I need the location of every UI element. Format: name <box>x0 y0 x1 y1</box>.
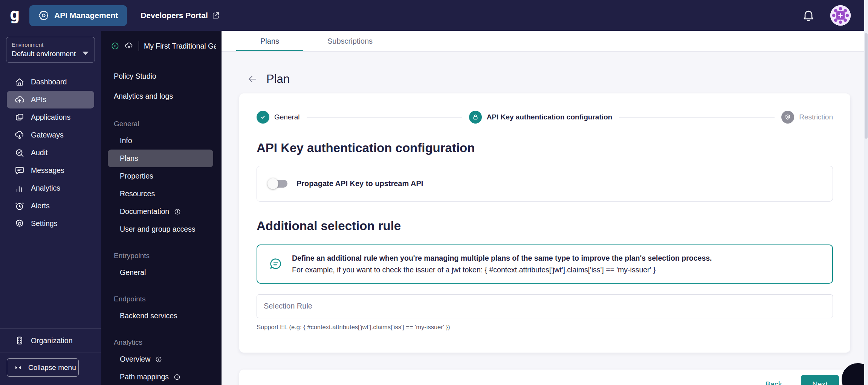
cog-icon <box>38 10 49 21</box>
environment-value: Default environment <box>12 50 89 58</box>
toggle-label: Propagate API Key to upstream API <box>296 179 423 188</box>
back-button[interactable]: Back <box>759 376 788 385</box>
sidebar-item-analytics[interactable]: Analytics <box>7 179 94 197</box>
sidebar-item-apis[interactable]: APIs <box>7 91 94 108</box>
bar-chart-icon <box>14 183 25 194</box>
api-nav-backend-services[interactable]: Backend services <box>101 307 222 325</box>
api-nav-section-entrypoints: Entrypoints <box>101 248 222 264</box>
subsection-title: Additional selection rule <box>257 219 833 233</box>
step-lock-icon <box>469 111 482 124</box>
cloud-unsynced-icon <box>124 41 134 51</box>
developers-portal-link[interactable]: Developers Portal <box>141 11 220 20</box>
tab-plans[interactable]: Plans <box>236 31 303 51</box>
sidebar-divider <box>0 353 101 353</box>
api-nav-info[interactable]: Info <box>101 132 222 150</box>
primary-sidebar: Environment Default environment Dashboar… <box>0 31 101 385</box>
product-button-label: API Management <box>54 11 118 20</box>
gear-icon <box>14 218 25 229</box>
info-icon[interactable] <box>174 208 181 215</box>
user-avatar[interactable] <box>830 5 851 26</box>
header-divider <box>139 41 139 51</box>
api-nav-user-group-access[interactable]: User and group access <box>101 220 222 238</box>
api-nav-overview[interactable]: Overview <box>101 350 222 368</box>
api-nav-plans[interactable]: Plans <box>108 150 213 167</box>
api-nav-entrypoints-general[interactable]: General <box>101 264 222 281</box>
api-nav-section-analytics: Analytics <box>101 335 222 350</box>
portal-link-label: Developers Portal <box>141 11 208 20</box>
sidebar-item-settings[interactable]: Settings <box>7 215 94 232</box>
sidebar-item-alerts[interactable]: Alerts <box>7 197 94 215</box>
collapse-menu-button[interactable]: Collapse menu <box>7 358 79 377</box>
api-nav-analytics-and-logs[interactable]: Analytics and logs <box>101 86 222 106</box>
chat-bubble-icon <box>14 165 25 176</box>
info-message-line2: For example, if you want to check the is… <box>292 264 712 275</box>
sidebar-item-audit[interactable]: Audit <box>7 144 94 162</box>
cloud-upload-icon <box>14 95 25 105</box>
sidebar-item-gateways[interactable]: Gateways <box>7 126 94 144</box>
api-sidebar: My First Traditional Gat... Policy Studi… <box>101 31 222 385</box>
api-nav-section-endpoints: Endpoints <box>101 291 222 307</box>
selection-rule-info-banner: Define an additional rule when you're ma… <box>257 244 833 284</box>
page-title: Plan <box>266 72 290 86</box>
section-title: API Key authentication configuration <box>257 141 833 155</box>
magnifier-check-icon <box>14 148 25 158</box>
api-nav-policy-studio[interactable]: Policy Studio <box>101 66 222 86</box>
notifications-bell-icon[interactable] <box>802 9 815 22</box>
sidebar-item-messages[interactable]: Messages <box>7 162 94 179</box>
sidebar-item-applications[interactable]: Applications <box>7 108 94 126</box>
home-icon <box>14 77 25 87</box>
selection-rule-input[interactable] <box>257 294 833 318</box>
chevron-down-icon <box>83 52 89 55</box>
api-nav-path-mappings[interactable]: Path mappings <box>101 368 222 385</box>
api-nav-section-general: General <box>101 116 222 132</box>
info-icon[interactable] <box>173 373 181 381</box>
main-area: Plans Subscriptions Plan <box>222 31 868 385</box>
environment-selector[interactable]: Environment Default environment <box>6 37 95 63</box>
step-api-key-auth: API Key authentication configuration <box>469 111 613 124</box>
api-nav: Policy Studio Analytics and logs General… <box>101 66 222 385</box>
api-nav-properties[interactable]: Properties <box>101 167 222 185</box>
plan-form-card: General API Key authentication configura… <box>239 93 850 353</box>
organization-building-icon <box>14 335 25 346</box>
page-scrollbar[interactable] <box>864 0 868 385</box>
info-message-line1: Define an additional rule when you're ma… <box>292 253 712 264</box>
next-button[interactable]: Next <box>801 375 839 385</box>
step-general: General <box>257 111 300 124</box>
form-actions-bar: Back Next <box>239 370 850 385</box>
stepper: General API Key authentication configura… <box>257 111 833 124</box>
alarm-clock-icon <box>14 201 25 211</box>
top-bar: g API Management Developers Portal <box>0 0 868 31</box>
sidebar-item-organization[interactable]: Organization <box>0 328 101 353</box>
propagate-api-key-toggle[interactable] <box>267 180 287 188</box>
gravitee-logo[interactable]: g <box>0 8 29 23</box>
step-done-check-icon <box>257 111 269 124</box>
primary-nav: Dashboard APIs Applications Gateways Aud… <box>0 73 101 232</box>
propagate-api-key-box: Propagate API Key to upstream API <box>257 166 833 202</box>
api-title: My First Traditional Gat... <box>144 42 216 50</box>
applications-icon <box>14 112 25 123</box>
back-arrow-icon[interactable] <box>247 73 258 85</box>
api-management-button[interactable]: API Management <box>29 5 127 26</box>
api-nav-resources[interactable]: Resources <box>101 185 222 203</box>
info-icon[interactable] <box>155 356 162 363</box>
step-shield-icon <box>781 111 794 124</box>
collapse-icon <box>14 364 22 372</box>
tabs-bar: Plans Subscriptions <box>222 31 868 52</box>
app-root: g API Management Developers Portal <box>0 0 868 385</box>
external-link-icon <box>212 11 220 20</box>
step-restriction: Restriction <box>781 111 833 124</box>
selection-rule-hint: Support EL (e.g: { #context.attributes['… <box>257 324 833 331</box>
scrollbar-thumb[interactable] <box>865 33 868 139</box>
api-nav-documentation[interactable]: Documentation <box>101 203 222 220</box>
deployed-play-icon <box>111 41 119 51</box>
environment-label: Environment <box>12 41 89 48</box>
message-bubble-icon <box>269 257 283 271</box>
tab-subscriptions[interactable]: Subscriptions <box>303 31 397 51</box>
cloud-gateway-icon <box>14 130 25 141</box>
sidebar-item-dashboard[interactable]: Dashboard <box>7 73 94 91</box>
